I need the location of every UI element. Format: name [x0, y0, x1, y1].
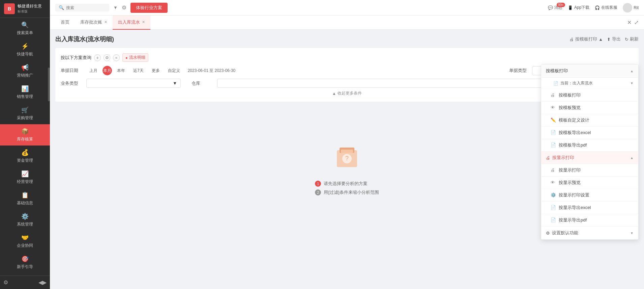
- sidebar-item-enterprise[interactable]: 🤝 企业协同: [0, 231, 50, 252]
- empty-illustration: ?: [330, 140, 364, 174]
- sidebar-item-label: 快捷导航: [17, 51, 33, 57]
- quick-nav-icon: ⚡: [21, 43, 29, 50]
- date-7days[interactable]: 近7天: [130, 67, 147, 75]
- sidebar-item-label: 库存核算: [17, 136, 33, 142]
- doc-type-label: 单据类型: [509, 68, 529, 74]
- print-btn[interactable]: 🖨 按模板打印 ▲: [569, 36, 603, 42]
- filter-add-btn[interactable]: +: [94, 54, 101, 61]
- tab-flow[interactable]: 出入库流水 ✕: [113, 16, 150, 30]
- display-settings-label: 按显示打印设置: [559, 192, 589, 198]
- sidebar-nav: 🔍 搜索菜单 ⚡ 快捷导航 📢 营销推广 📊 销售管理 🛒 采购管理: [0, 18, 50, 275]
- dropdown-item-display-excel[interactable]: 📄 按显示导出excel: [541, 202, 638, 214]
- step1-num: 1: [315, 181, 321, 187]
- expand-window-btn[interactable]: ⤢: [634, 19, 639, 26]
- dropdown-item-template-preview[interactable]: 👁 按模板预览: [541, 102, 638, 114]
- dropdown-item-template-custom[interactable]: ✏️ 模板自定义设计: [541, 114, 638, 127]
- display-print-label: 按显示打印: [559, 167, 581, 173]
- filter-header: 按以下方案查询 + ⚙ « ● 流水明细: [61, 53, 633, 62]
- app-download-btn[interactable]: 📱 App下载: [568, 5, 589, 10]
- empty-step-2: 2 用[过滤]条件来缩小分析范围: [315, 189, 379, 195]
- tag-icon: ●: [125, 56, 128, 60]
- main-area: 🔍 ▼ ⚙ 体验行业方案 💬 消息 99+ 📱 App下载 🎧 在线客服: [50, 0, 644, 289]
- empty-steps: 1 请先选择要分析的方案 2 用[过滤]条件来缩小分析范围: [315, 181, 379, 195]
- online-service-btn[interactable]: 🎧 在线客服: [595, 5, 617, 10]
- topbar-gear-icon[interactable]: ⚙: [122, 4, 126, 11]
- sidebar-item-guide[interactable]: 🎯 新手引导: [0, 252, 50, 273]
- dropdown-item-display-preview[interactable]: 👁 按显示预览: [541, 177, 638, 189]
- tag-label: 流水明细: [129, 55, 145, 60]
- search-input[interactable]: [66, 5, 100, 10]
- dropdown-panel: 按模板打印 ▲ 📄 当前：出入库流水 ▼ 🖨 按模板打印: [541, 64, 639, 240]
- dropdown-display-section[interactable]: 🖨 按显示打印 ▲: [541, 152, 638, 164]
- guide-icon: 🎯: [21, 255, 29, 263]
- topbar-dropdown-icon[interactable]: ▼: [113, 5, 118, 10]
- dropdown-default-section[interactable]: ⚙ 设置默认功能 ▼: [541, 227, 638, 239]
- tab-flow-close[interactable]: ✕: [142, 20, 145, 24]
- search-icon: 🔍: [21, 21, 29, 29]
- sidebar-item-inventory[interactable]: 📦 库存核算: [0, 124, 50, 146]
- current-label: 当前：出入库流水: [560, 80, 593, 86]
- trial-btn[interactable]: 体验行业方案: [130, 3, 168, 13]
- settings-bottom-icon[interactable]: ⚙: [3, 279, 8, 286]
- tab-home[interactable]: 首页: [55, 16, 75, 30]
- sidebar-item-app-center[interactable]: 📱 应用中心: [0, 273, 50, 275]
- svg-rect-2: [341, 150, 353, 153]
- dropdown-item-display-settings[interactable]: ⚙️ 按显示打印设置: [541, 189, 638, 202]
- refresh-btn[interactable]: ↻ 刷新: [625, 36, 639, 42]
- type-select[interactable]: ▼: [86, 79, 181, 88]
- tab-batch-account[interactable]: 库存批次账 ✕: [75, 16, 113, 30]
- topbar-actions: 💬 消息 99+ 📱 App下载 🎧 在线客服 Rit: [548, 3, 639, 12]
- sidebar-item-purchase[interactable]: 🛒 采购管理: [0, 103, 50, 124]
- date-this-month[interactable]: 本月: [103, 66, 112, 75]
- collapse-icon[interactable]: ◀▶: [38, 279, 47, 286]
- filter-collapse-left-btn[interactable]: «: [113, 54, 120, 61]
- user-avatar-btn[interactable]: Rit: [623, 3, 639, 12]
- type-label: 业务类型: [61, 80, 81, 86]
- sidebar-item-label: 基础信息: [17, 200, 33, 206]
- sidebar-item-search[interactable]: 🔍 搜索菜单: [0, 18, 50, 39]
- dropdown-header[interactable]: 按模板打印 ▲: [541, 64, 638, 78]
- tab-home-label: 首页: [61, 19, 69, 25]
- dropdown-current-item[interactable]: 📄 当前：出入库流水 ▼: [541, 78, 638, 89]
- app-logo: B 畅捷通好生意 标准版: [0, 0, 50, 18]
- date-more[interactable]: 更多: [149, 67, 163, 75]
- export-btn[interactable]: ⬆ 导出: [607, 36, 621, 42]
- tab-batch-close[interactable]: ✕: [104, 20, 107, 24]
- sidebar-item-operation[interactable]: 📈 经营管理: [0, 167, 50, 188]
- purchase-icon: 🛒: [21, 106, 29, 114]
- template-print-icon: 🖨: [551, 93, 556, 98]
- sidebar-item-label: 销售管理: [17, 94, 33, 100]
- sidebar-item-basic-info[interactable]: 📋 基础信息: [0, 188, 50, 209]
- date-last-month[interactable]: 上月: [86, 67, 100, 75]
- sidebar-item-finance[interactable]: 💰 资金管理: [0, 146, 50, 167]
- display-pdf-icon: 📄: [551, 217, 556, 223]
- sidebar-item-system[interactable]: ⚙️ 系统管理: [0, 209, 50, 231]
- topbar-search-box[interactable]: 🔍: [55, 4, 109, 11]
- dropdown-item-template-excel[interactable]: 📄 按模板导出excel: [541, 127, 638, 139]
- sales-icon: 📊: [21, 85, 29, 93]
- template-custom-label: 模板自定义设计: [559, 117, 589, 123]
- dropdown-item-display-print[interactable]: 🖨 按显示打印: [541, 164, 638, 177]
- empty-step-1: 1 请先选择要分析的方案: [315, 181, 379, 187]
- display-section-chevron: ▲: [630, 156, 634, 160]
- step2-num: 2: [315, 189, 321, 195]
- message-btn[interactable]: 💬 消息 99+: [548, 5, 562, 10]
- close-window-btn[interactable]: ✕: [627, 19, 632, 26]
- dropdown-item-template-print[interactable]: 🖨 按模板打印: [541, 89, 638, 102]
- dropdown-item-display-pdf[interactable]: 📄 按显示导出pdf: [541, 214, 638, 227]
- sidebar-item-marketing[interactable]: 📢 营销推广: [0, 60, 50, 82]
- sidebar-scrollbar[interactable]: [48, 68, 50, 101]
- tab-batch-label: 库存批次账: [80, 19, 102, 25]
- date-label: 单据日期: [61, 68, 81, 74]
- window-controls: ✕ ⤢: [627, 19, 639, 26]
- filter-tag[interactable]: ● 流水明细: [122, 53, 148, 62]
- dropdown-item-template-pdf[interactable]: 📄 按模板导出pdf: [541, 139, 638, 152]
- basic-info-icon: 📋: [21, 191, 29, 199]
- date-custom[interactable]: 自定义: [165, 67, 183, 75]
- sidebar-item-quick-nav[interactable]: ⚡ 快捷导航: [0, 39, 50, 60]
- sidebar-item-sales[interactable]: 📊 销售管理: [0, 82, 50, 103]
- date-this-year[interactable]: 本年: [114, 67, 128, 75]
- sidebar-item-label: 企业协同: [17, 243, 33, 248]
- filter-settings-btn[interactable]: ⚙: [104, 54, 110, 61]
- tab-flow-label: 出入库流水: [118, 19, 140, 25]
